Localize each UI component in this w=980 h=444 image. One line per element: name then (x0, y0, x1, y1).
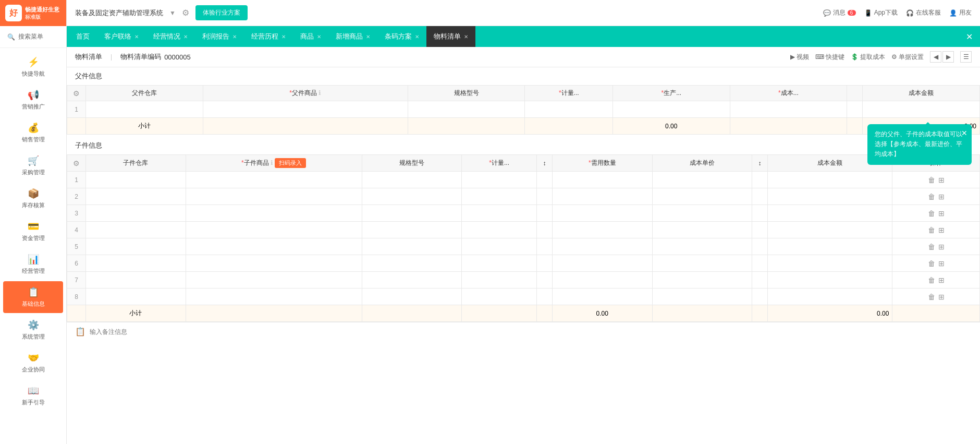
tab-customer[interactable]: 客户联络 ✕ (97, 26, 146, 47)
tab-home[interactable]: 首页 (69, 26, 97, 47)
parent-production-1[interactable] (612, 101, 730, 118)
child-unit-6[interactable] (462, 255, 537, 272)
child-qty-4[interactable] (553, 222, 653, 238)
child-unit-cost-8[interactable] (652, 289, 752, 305)
copy-icon-3[interactable]: ⊞ (938, 209, 945, 218)
breadcrumb-bom[interactable]: 物料清单 (75, 52, 102, 62)
settings-action[interactable]: ⚙ 单据设置 (891, 53, 924, 62)
child-unit-cost-3[interactable] (652, 205, 752, 222)
shortcut-action[interactable]: ⌨ 快捷键 (815, 53, 844, 62)
settings-gear-icon[interactable]: ⚙ (182, 8, 189, 18)
scan-input-button[interactable]: 扫码录入 (275, 158, 306, 168)
close-new-goods-tab-icon[interactable]: ✕ (366, 34, 370, 40)
product-info-icon[interactable]: ℹ (318, 89, 321, 97)
tooltip-close-button[interactable]: ✕ (961, 127, 967, 139)
tab-barcode[interactable]: 条码方案 ✕ (377, 26, 426, 47)
child-warehouse-2[interactable] (86, 188, 186, 205)
note-input[interactable] (90, 328, 972, 335)
child-unit-cost-7[interactable] (652, 272, 752, 289)
child-qty-3[interactable] (553, 205, 653, 222)
close-all-tabs-button[interactable]: ✕ (961, 32, 978, 42)
search-menu-button[interactable]: 🔍 搜索菜单 (4, 30, 62, 43)
child-product-5[interactable] (186, 238, 362, 255)
dropdown-arrow-icon[interactable]: ▼ (169, 9, 176, 17)
delete-icon-4[interactable]: 🗑 (928, 226, 935, 234)
tab-profit[interactable]: 利润报告 ✕ (195, 26, 244, 47)
child-product-1[interactable] (186, 172, 362, 188)
sidebar-item-quick-nav[interactable]: ⚡ 快捷导航 (3, 51, 63, 83)
sidebar-item-guide[interactable]: 📖 新手引导 (3, 380, 63, 412)
nav-prev-button[interactable]: ◀ (930, 51, 941, 63)
child-product-6[interactable] (186, 255, 362, 272)
cost-action[interactable]: 💲 提取成本 (851, 53, 885, 62)
delete-icon-2[interactable]: 🗑 (928, 193, 935, 201)
child-unit-8[interactable] (462, 289, 537, 305)
child-unit-cost-5[interactable] (652, 238, 752, 255)
sidebar-item-system[interactable]: ⚙️ 系统管理 (3, 314, 63, 346)
child-product-7[interactable] (186, 272, 362, 289)
user-item[interactable]: 👤 用友 (949, 8, 972, 17)
parent-product-1[interactable] (203, 101, 408, 118)
parent-warehouse-1[interactable] (86, 101, 203, 118)
child-unit-cost-2[interactable] (652, 188, 752, 205)
child-qty-2[interactable] (553, 188, 653, 205)
child-spec-4[interactable] (362, 222, 462, 238)
child-qty-6[interactable] (553, 255, 653, 272)
child-settings-gear-icon[interactable]: ⚙ (73, 159, 80, 167)
nav-next-button[interactable]: ▶ (942, 51, 954, 63)
delete-icon-8[interactable]: 🗑 (928, 293, 935, 301)
close-operations-tab-icon[interactable]: ✕ (183, 34, 188, 40)
child-warehouse-3[interactable] (86, 205, 186, 222)
child-spec-3[interactable] (362, 205, 462, 222)
child-spec-6[interactable] (362, 255, 462, 272)
child-spec-5[interactable] (362, 238, 462, 255)
tab-operations[interactable]: 经营情况 ✕ (146, 26, 195, 47)
delete-icon-7[interactable]: 🗑 (928, 276, 935, 284)
child-unit-4[interactable] (462, 222, 537, 238)
parent-settings-gear-icon[interactable]: ⚙ (73, 89, 80, 98)
copy-icon-7[interactable]: ⊞ (938, 276, 945, 284)
message-item[interactable]: 💬 消息 6 (823, 8, 856, 17)
child-qty-5[interactable] (553, 238, 653, 255)
parent-unit-1[interactable] (525, 101, 613, 118)
child-warehouse-8[interactable] (86, 289, 186, 305)
child-spec-7[interactable] (362, 272, 462, 289)
close-bom-tab-icon[interactable]: ✕ (464, 34, 468, 40)
delete-icon-3[interactable]: 🗑 (928, 209, 935, 218)
child-unit-7[interactable] (462, 272, 537, 289)
child-unit-5[interactable] (462, 238, 537, 255)
grid-settings-button[interactable]: ☰ (960, 51, 972, 63)
child-warehouse-4[interactable] (86, 222, 186, 238)
sidebar-item-marketing[interactable]: 📢 营销推广 (3, 84, 63, 116)
child-warehouse-6[interactable] (86, 255, 186, 272)
delete-icon-1[interactable]: 🗑 (928, 176, 935, 184)
close-barcode-tab-icon[interactable]: ✕ (415, 34, 419, 40)
close-customer-tab-icon[interactable]: ✕ (134, 34, 139, 40)
child-product-2[interactable] (186, 188, 362, 205)
sidebar-item-finance[interactable]: 💳 资金管理 (3, 215, 63, 247)
child-unit-cost-1[interactable] (652, 172, 752, 188)
copy-icon-6[interactable]: ⊞ (938, 259, 945, 268)
view-action[interactable]: ▶ 视频 (790, 53, 809, 62)
child-product-info-icon[interactable]: ℹ (271, 159, 273, 166)
app-download-item[interactable]: 📱 App下载 (864, 8, 898, 17)
sidebar-item-inventory[interactable]: 📦 库存核算 (3, 183, 63, 214)
child-qty-1[interactable] (553, 172, 653, 188)
delete-icon-5[interactable]: 🗑 (928, 243, 935, 251)
delete-icon-6[interactable]: 🗑 (928, 259, 935, 268)
sidebar-item-basic-info[interactable]: 📋 基础信息 (3, 281, 63, 313)
sidebar-item-purchase[interactable]: 🛒 采购管理 (3, 150, 63, 182)
child-spec-1[interactable] (362, 172, 462, 188)
online-service-item[interactable]: 🎧 在线客服 (906, 8, 941, 17)
tab-bom[interactable]: 物料清单 ✕ (426, 26, 475, 47)
copy-icon-2[interactable]: ⊞ (938, 193, 945, 201)
child-unit-cost-4[interactable] (652, 222, 752, 238)
child-unit-1[interactable] (462, 172, 537, 188)
close-history-tab-icon[interactable]: ✕ (281, 34, 286, 40)
close-profit-tab-icon[interactable]: ✕ (232, 34, 237, 40)
child-warehouse-7[interactable] (86, 272, 186, 289)
try-btn[interactable]: 体验行业方案 (195, 5, 248, 20)
child-product-8[interactable] (186, 289, 362, 305)
copy-icon-8[interactable]: ⊞ (938, 293, 945, 301)
tab-new-goods[interactable]: 新增商品 ✕ (328, 26, 377, 47)
